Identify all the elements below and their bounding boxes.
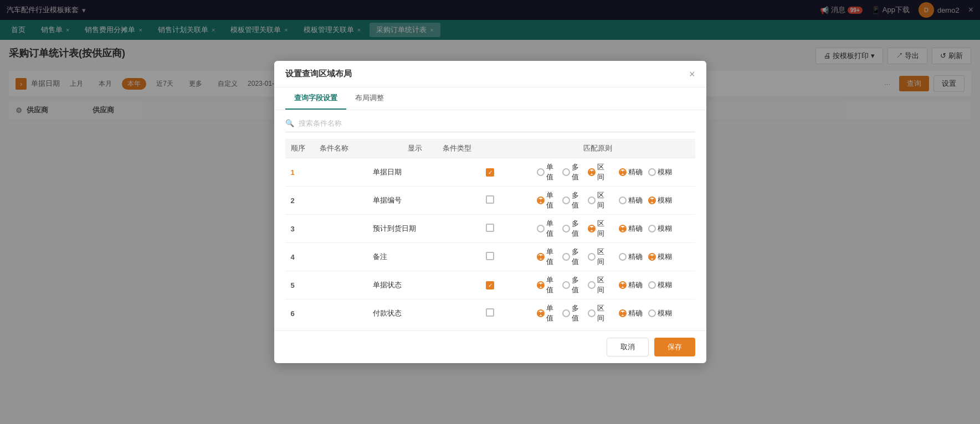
row-show[interactable]: [449, 158, 531, 187]
row-type: 单值 多值 区间: [531, 271, 613, 299]
row-name: 单据编号: [367, 187, 449, 215]
show-checkbox[interactable]: [486, 281, 494, 289]
fields-table-container: 顺序 条件名称 显示 条件类型 匹配原则 1单据日期 单值: [285, 139, 695, 322]
type-radio-single[interactable]: 单值: [537, 190, 557, 210]
th-match: 匹配原则: [578, 139, 695, 158]
row-name: 预计到货日期: [367, 215, 449, 243]
type-radio-multi[interactable]: 多值: [562, 219, 582, 239]
radio-circle: [648, 197, 656, 204]
match-radio-fuzzy[interactable]: 模糊: [648, 195, 672, 205]
radio-circle: [562, 197, 570, 204]
modal-tab-layout-adjust[interactable]: 布局调整: [346, 87, 393, 110]
radio-circle: [619, 281, 627, 289]
match-radio-exact[interactable]: 精确: [619, 195, 643, 205]
match-radio-fuzzy[interactable]: 模糊: [648, 308, 672, 318]
radio-circle: [619, 225, 627, 232]
match-radio-exact[interactable]: 精确: [619, 252, 643, 262]
radio-circle: [619, 309, 627, 317]
type-radio-single[interactable]: 单值: [537, 247, 557, 267]
radio-circle: [537, 281, 545, 289]
show-checkbox[interactable]: [486, 224, 494, 232]
type-radio-range[interactable]: 区间: [588, 303, 608, 322]
modal-title: 设置查询区域布局: [285, 69, 352, 79]
row-match: 精确 模糊: [613, 299, 695, 322]
radio-circle: [562, 225, 570, 232]
row-seq: 3: [285, 215, 367, 243]
match-radio-exact[interactable]: 精确: [619, 167, 643, 177]
radio-circle: [562, 281, 570, 289]
row-seq: 4: [285, 243, 367, 271]
radio-circle: [588, 197, 596, 204]
radio-circle: [537, 197, 545, 204]
search-bar: 🔍: [285, 119, 695, 132]
show-checkbox[interactable]: [486, 168, 494, 177]
row-match: 精确 模糊: [613, 271, 695, 299]
modal: 设置查询区域布局 × 查询字段设置 布局调整 🔍: [274, 61, 706, 363]
table-row: 4备注 单值 多值 区间 精确 模糊: [285, 243, 695, 271]
type-radio-single[interactable]: 单值: [537, 303, 557, 322]
cancel-button[interactable]: 取消: [607, 338, 649, 356]
search-input[interactable]: [299, 119, 695, 127]
radio-circle: [537, 253, 545, 261]
show-checkbox[interactable]: [486, 195, 494, 204]
show-checkbox[interactable]: [486, 308, 494, 317]
row-seq: 6: [285, 299, 367, 322]
modal-tabs: 查询字段设置 布局调整: [274, 87, 706, 110]
match-radio-exact[interactable]: 精确: [619, 224, 643, 234]
radio-circle: [537, 225, 545, 232]
type-radio-multi[interactable]: 多值: [562, 162, 582, 182]
row-show[interactable]: [449, 271, 531, 299]
th-seq: 顺序: [285, 139, 315, 158]
type-radio-range[interactable]: 区间: [588, 162, 608, 182]
type-radio-range[interactable]: 区间: [588, 275, 608, 295]
row-name: 单据状态: [367, 271, 449, 299]
type-radio-single[interactable]: 单值: [537, 162, 557, 182]
match-radio-fuzzy[interactable]: 模糊: [648, 252, 672, 262]
show-checkbox[interactable]: [486, 252, 494, 260]
type-radio-single[interactable]: 单值: [537, 219, 557, 239]
row-match: 精确 模糊: [613, 215, 695, 243]
type-radio-range[interactable]: 区间: [588, 190, 608, 210]
modal-close-button[interactable]: ×: [689, 69, 695, 79]
row-seq: 2: [285, 187, 367, 215]
row-show[interactable]: [449, 243, 531, 271]
row-seq: 1: [285, 158, 367, 187]
type-radio-multi[interactable]: 多值: [562, 303, 582, 322]
th-name: 条件名称: [314, 139, 402, 158]
table-row: 2单据编号 单值 多值 区间 精确 模糊: [285, 187, 695, 215]
row-match: 精确 模糊: [613, 243, 695, 271]
page-area: 采购订单统计表(按供应商) 🖨 按模板打印 ▾ ↗ 导出 ↺ 刷新 › 单据日期…: [0, 40, 980, 424]
match-radio-exact[interactable]: 精确: [619, 280, 643, 290]
type-radio-single[interactable]: 单值: [537, 275, 557, 295]
match-radio-exact[interactable]: 精确: [619, 308, 643, 318]
fields-table-head: 顺序 条件名称 显示 条件类型 匹配原则: [285, 139, 695, 158]
row-show[interactable]: [449, 187, 531, 215]
type-radio-multi[interactable]: 多值: [562, 275, 582, 295]
row-type: 单值 多值 区间: [531, 158, 613, 187]
match-radio-fuzzy[interactable]: 模糊: [648, 167, 672, 177]
row-match: 精确 模糊: [613, 187, 695, 215]
radio-circle: [537, 309, 545, 317]
modal-tab-field-settings[interactable]: 查询字段设置: [285, 87, 346, 110]
radio-circle: [562, 253, 570, 261]
type-radio-multi[interactable]: 多值: [562, 190, 582, 210]
radio-circle: [562, 309, 570, 317]
row-match: 精确 模糊: [613, 158, 695, 187]
save-button[interactable]: 保存: [654, 338, 695, 356]
fields-table: 顺序 条件名称 显示 条件类型 匹配原则 1单据日期 单值: [285, 139, 695, 322]
type-radio-range[interactable]: 区间: [588, 247, 608, 267]
row-type: 单值 多值 区间: [531, 187, 613, 215]
match-radio-fuzzy[interactable]: 模糊: [648, 224, 672, 234]
row-type: 单值 多值 区间: [531, 243, 613, 271]
type-radio-range[interactable]: 区间: [588, 219, 608, 239]
row-show[interactable]: [449, 299, 531, 322]
match-radio-fuzzy[interactable]: 模糊: [648, 280, 672, 290]
row-name: 付款状态: [367, 299, 449, 322]
radio-circle: [562, 168, 570, 176]
type-radio-multi[interactable]: 多值: [562, 247, 582, 267]
row-show[interactable]: [449, 215, 531, 243]
row-seq: 5: [285, 271, 367, 299]
row-type: 单值 多值 区间: [531, 215, 613, 243]
row-name: 单据日期: [367, 158, 449, 187]
table-row: 1单据日期 单值 多值 区间 精确 模糊: [285, 158, 695, 187]
